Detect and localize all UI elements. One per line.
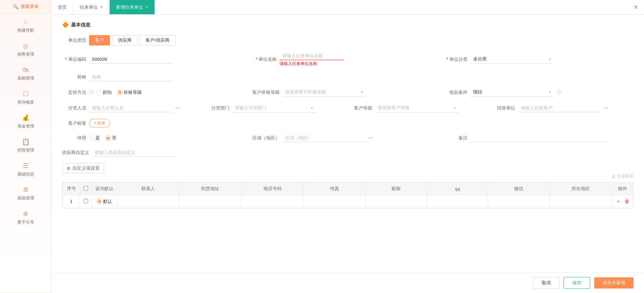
sidebar-search[interactable]: 🔍 搜索菜单 [0,0,51,14]
wechat-input[interactable] [492,199,546,204]
unit-name-field: 单位名称 请输入往来单位名称 [252,52,443,67]
payment-terms-value: 现结 [473,89,482,95]
region-input-cell[interactable] [553,199,608,204]
supplier-custom-input[interactable] [92,148,175,157]
payment-info-icon[interactable]: ⓘ [557,89,561,96]
select-all-checkbox[interactable] [84,186,88,190]
customer-tag-label: 客户标签 [62,120,86,127]
sidebar-item-inventory[interactable]: ☐ 库存核算 [0,86,51,109]
table-actions: 🗑 批量删除 [62,173,634,179]
operations-icon: 📋 [22,138,30,146]
disabled-yes-option[interactable]: 是 [89,135,100,141]
tab-home[interactable]: 首页 [52,0,73,14]
batch-delete-button[interactable]: 🗑 批量删除 [612,173,634,179]
unit-type-btn-customer[interactable]: 客户 [89,35,110,46]
table-header-row: 序号 设为默认 联系人 到货地址 电话号码 传真 邮箱 qq 微信 所在地区 操… [63,183,633,195]
save-and-new-button[interactable]: 保存并新增 [594,277,634,288]
dept-placeholder: 请输入分管部门 [235,105,267,111]
fax-input[interactable] [307,199,362,204]
disabled-yes-label: 是 [95,135,100,141]
tab-close-contacts[interactable]: ✕ [100,5,103,9]
pricing-level-option[interactable]: 价格等级 [117,89,142,96]
settlement-field: 结算单位 ··· [491,104,634,112]
disabled-field: 停用 是 否 [62,135,252,141]
cell-region[interactable] [550,195,612,208]
phone-input[interactable] [245,199,300,204]
short-name-input[interactable] [89,73,173,81]
cell-qq[interactable] [427,195,488,208]
tab-new-contact[interactable]: 新增往来单位✕ [110,0,155,14]
address-input[interactable] [183,199,238,204]
disabled-no-option[interactable]: 否 [105,135,116,141]
tab-label: 新增往来单位 [116,4,143,10]
col-header-phone: 电话号码 [242,183,304,195]
cell-fax[interactable] [304,195,366,208]
default-radio-item[interactable]: 默认 [95,198,113,205]
cell-wechat[interactable] [488,195,550,208]
cell-contact[interactable] [117,195,179,208]
sidebar-item-basic[interactable]: ☰ 基础信息 [0,157,51,181]
manager-field: 分管人员 ··· [62,104,205,112]
sidebar-item-sales[interactable]: ◎ 销售管理 [0,38,51,62]
section-title-basic-info: 🔶 基本信息 [62,22,634,28]
unit-type-btn-supplier[interactable]: 供应商 [112,35,138,46]
inventory-icon: ☐ [22,90,30,98]
settlement-input[interactable] [518,104,602,112]
payment-terms-select[interactable]: 现结 ▾ [470,88,554,97]
cancel-button[interactable]: 取消 [533,277,559,289]
add-row-button[interactable]: ＋ [615,198,621,204]
manager-more-btn[interactable]: ··· [175,105,180,111]
tab-close-new-contact[interactable]: ✕ [145,5,148,9]
tab-contacts[interactable]: 往来单位✕ [73,0,110,14]
unit-name-input[interactable] [280,52,344,60]
pricing-discount-option[interactable]: 折扣 [96,89,112,96]
save-button[interactable]: 保存 [564,277,590,289]
sidebar-item-purchase[interactable]: 🛍 采购管理 [0,62,51,86]
cell-address[interactable] [179,195,241,208]
purchase-icon: 🛍 [22,66,30,74]
add-tag-button[interactable]: + 标签 [89,119,110,128]
close-all-tabs-icon[interactable]: ✕ [628,3,644,11]
sidebar-item-guide[interactable]: ⊕ 新手引导 [0,205,51,229]
region-input[interactable] [282,134,366,142]
qq-input[interactable] [431,199,485,204]
unit-type-row: 单位类型 客户供应商客户/供应商 [62,35,634,46]
customer-price-select[interactable]: 请选择客户价格等级 ▾ [282,88,366,97]
sidebar-item-finance[interactable]: 💰 资金管理 [0,109,51,133]
unit-category-select[interactable]: 未分类 ▾ [470,55,554,64]
email-input[interactable] [369,199,423,204]
customer-level-select[interactable]: 请选择客户等级 ▾ [375,103,458,113]
sidebar-item-quick-nav[interactable]: ⌂ 快捷导航 [0,14,51,38]
tab-label: 首页 [58,4,67,10]
batch-delete-icon: 🗑 [612,174,616,179]
cell-phone[interactable] [242,195,304,208]
notes-input[interactable] [470,134,610,142]
row-checkbox[interactable] [84,199,88,203]
pricing-info-icon[interactable]: ⓘ [89,89,94,96]
unit-code-input[interactable] [89,55,173,64]
custom-settings-button[interactable]: ⚙ 自定义项设置 [62,163,104,173]
dept-select[interactable]: 请输入分管部门 ▾ [232,103,316,113]
sidebar-item-label: 系统管理 [17,195,34,201]
supplier-custom-row: 供应商自定义 [62,148,634,157]
sidebar-item-label: 新手引导 [17,219,34,225]
tabs-container: 首页往来单位✕新增往来单位✕ [52,0,155,14]
settlement-more-btn[interactable]: ··· [604,105,608,111]
tabs-bar: 首页往来单位✕新增往来单位✕ ✕ [52,0,644,15]
cell-default: 默认 [92,195,117,208]
unit-type-btn-both[interactable]: 客户/供应商 [140,35,175,46]
delete-row-button[interactable]: 🗑 [625,198,629,204]
sidebar-item-system[interactable]: ⚙ 系统管理 [0,181,51,205]
disabled-label: 停用 [62,135,86,141]
sidebar-item-label: 快捷导航 [17,27,34,33]
region-more-btn[interactable]: ··· [369,135,373,141]
customer-price-label: 客户价格等级 [252,89,280,96]
custom-settings-label: 自定义项设置 [72,165,100,171]
col-header-email: 邮箱 [366,183,427,195]
contact-input[interactable] [121,199,175,204]
batch-delete-label: 批量删除 [617,173,634,179]
cell-email[interactable] [366,195,427,208]
sidebar-item-label: 销售管理 [17,51,34,57]
manager-input[interactable] [89,104,173,112]
sidebar-item-operations[interactable]: 📋 经营管理 [0,133,51,157]
